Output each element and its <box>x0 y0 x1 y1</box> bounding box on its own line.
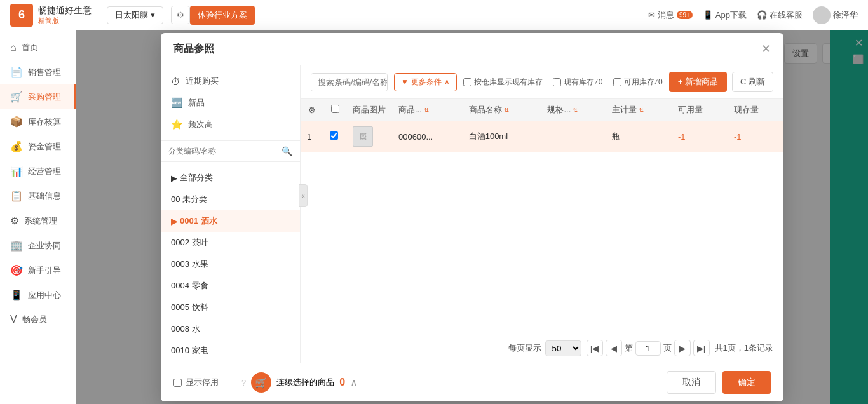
th-name-label: 商品名称 <box>469 104 502 116</box>
th-name[interactable]: 商品名称 ⇅ <box>463 99 541 121</box>
category-item-0005[interactable]: 0005 饮料 <box>161 297 300 318</box>
page-number-input[interactable] <box>635 341 661 356</box>
selected-count: 0 <box>339 377 345 388</box>
select-all-checkbox[interactable] <box>331 105 339 113</box>
last-page-button[interactable]: ▶| <box>693 340 710 356</box>
sidebar-label-finance: 资金管理 <box>28 141 61 152</box>
store-selector[interactable]: 日太阳膜 ▾ <box>107 6 163 24</box>
cart-icon[interactable]: 🛒 <box>251 372 271 393</box>
main-layout: ⌂ 首页 📄 销售管理 🛒 采购管理 📦 库存核算 💰 资金管理 📊 经营管理 … <box>0 30 868 404</box>
nav-right: ✉ 消息 99+ 📱 App下载 🎧 在线客服 徐泽华 <box>648 6 858 24</box>
sidebar-label-purchase: 采购管理 <box>28 91 61 103</box>
warehouse-stock-checkbox[interactable] <box>463 78 471 86</box>
first-page-button[interactable]: |◀ <box>587 340 603 356</box>
sidebar-item-member[interactable]: V 畅会员 <box>0 307 76 332</box>
filter-up-icon: ∧ <box>444 77 450 86</box>
refresh-button[interactable]: C 刷新 <box>732 72 773 92</box>
current-stock-checkbox[interactable] <box>553 78 561 86</box>
sidebar-item-system[interactable]: ⚙ 系统管理 <box>0 208 76 233</box>
message-icon: ✉ <box>648 10 655 20</box>
collapse-cart-button[interactable]: ∧ <box>350 377 358 389</box>
user-name: 徐泽华 <box>833 10 858 21</box>
next-page-button[interactable]: ▶ <box>674 340 691 356</box>
cell-stock: -1 <box>728 121 783 152</box>
row-checkbox[interactable] <box>330 131 338 140</box>
confirm-button[interactable]: 确定 <box>722 371 771 394</box>
product-search-input[interactable] <box>311 74 388 91</box>
category-item-0003[interactable]: 0003 水果 <box>161 253 300 275</box>
category-label-0008: 0008 水 <box>171 323 200 335</box>
page-suffix: 页 <box>663 342 672 354</box>
sidebar-item-apps[interactable]: 📱 应用中心 <box>0 283 76 307</box>
category-label-0001: 0001 酒水 <box>180 215 217 227</box>
sort-icon-name: ⇅ <box>504 107 509 114</box>
available-stock-checkbox[interactable] <box>613 78 621 86</box>
add-product-button[interactable]: + 新增商品 <box>669 72 727 92</box>
category-item-0004[interactable]: 0004 零食 <box>161 275 300 297</box>
sidebar-item-home[interactable]: ⌂ 首页 <box>0 36 76 60</box>
settings-button[interactable]: ⚙ <box>171 6 190 24</box>
th-image: 商品图片 <box>346 99 392 121</box>
sidebar-item-basic[interactable]: 📋 基础信息 <box>0 184 76 208</box>
table-row[interactable]: 1 🖼 000600... 白酒100ml <box>301 121 783 152</box>
cell-unit: 瓶 <box>606 121 672 152</box>
show-disabled-checkbox[interactable] <box>173 379 182 387</box>
sidebar-label-business: 经营管理 <box>28 166 61 177</box>
filter-icon: ▼ <box>401 77 409 86</box>
help-icon[interactable]: ? <box>241 378 246 387</box>
sidebar-item-finance[interactable]: 💰 资金管理 <box>0 134 76 159</box>
category-item-0010[interactable]: 0010 家电 <box>161 340 300 361</box>
modal-header: 商品参照 ✕ <box>161 33 783 65</box>
sidebar-item-guide[interactable]: 🎯 新手引导 <box>0 258 76 283</box>
th-spec[interactable]: 规格... ⇅ <box>541 99 605 121</box>
category-search-icon[interactable]: 🔍 <box>281 146 292 156</box>
sidebar-item-inventory[interactable]: 📦 库存核算 <box>0 109 76 134</box>
footer-action-buttons: 取消 确定 <box>667 371 771 394</box>
category-label-0002: 0002 茶叶 <box>171 237 208 248</box>
per-page-select[interactable]: 50 10 20 100 <box>545 340 581 356</box>
sidebar-item-business[interactable]: 📊 经营管理 <box>0 159 76 184</box>
sidebar-item-enterprise[interactable]: 🏢 企业协同 <box>0 233 76 258</box>
category-label-all: 全部分类 <box>180 172 213 184</box>
quick-link-new[interactable]: 🆕 新品 <box>161 92 300 114</box>
category-item-all[interactable]: ▶ 全部分类 <box>161 167 300 189</box>
per-page-control: 每页显示 50 10 20 100 <box>508 340 581 356</box>
category-item-00[interactable]: 00 未分类 <box>161 189 300 210</box>
modal-title: 商品参照 <box>173 43 214 56</box>
cancel-button[interactable]: 取消 <box>667 371 716 394</box>
prev-page-button[interactable]: ◀ <box>606 340 622 356</box>
app-download-nav-item[interactable]: 📱 App下载 <box>703 10 747 21</box>
top-nav: 6 畅捷通好生意 精简版 日太阳膜 ▾ ⚙ 体验行业方案 ✉ 消息 99+ 📱 … <box>0 0 868 30</box>
th-unit[interactable]: 主计量 ⇅ <box>606 99 672 121</box>
cell-name: 白酒100ml <box>463 121 541 152</box>
show-disabled-label[interactable]: 显示停用 <box>173 377 219 388</box>
category-item-0002[interactable]: 0002 茶叶 <box>161 232 300 253</box>
sidebar: ⌂ 首页 📄 销售管理 🛒 采购管理 📦 库存核算 💰 资金管理 📊 经营管理 … <box>0 30 76 404</box>
table-header: ⚙ 商品图片 <box>301 99 783 121</box>
category-search-input[interactable] <box>168 147 279 156</box>
collapse-panel-button[interactable]: « <box>299 184 308 207</box>
th-settings[interactable]: ⚙ <box>301 99 323 121</box>
checkbox-warehouse-stock[interactable]: 按仓库显示现有库存 <box>463 77 543 88</box>
online-service-nav-item[interactable]: 🎧 在线客服 <box>757 10 803 21</box>
category-list: ▶ 全部分类 00 未分类 ▶ 0001 酒水 0002 茶 <box>161 162 300 363</box>
store-name: 日太阳膜 <box>115 10 148 21</box>
cart-area: ? 🛒 连续选择的商品 0 ∧ <box>241 372 358 393</box>
category-item-0001[interactable]: ▶ 0001 酒水 <box>161 210 300 232</box>
messages-nav-item[interactable]: ✉ 消息 99+ <box>648 10 693 21</box>
quick-link-frequent[interactable]: ⭐ 频次高 <box>161 114 300 135</box>
trial-button[interactable]: 体验行业方案 <box>190 6 255 25</box>
modal-close-button[interactable]: ✕ <box>761 42 771 56</box>
checkbox-available-stock[interactable]: 可用库存≠0 <box>613 77 663 88</box>
category-label-00: 00 未分类 <box>171 194 207 205</box>
user-profile-nav-item[interactable]: 徐泽华 <box>813 6 858 24</box>
sidebar-label-system: 系统管理 <box>24 215 57 227</box>
checkbox-current-stock[interactable]: 现有库存≠0 <box>553 77 602 88</box>
quick-link-recent[interactable]: ⏱ 近期购买 <box>161 71 300 92</box>
sidebar-item-purchase[interactable]: 🛒 采购管理 <box>0 84 76 109</box>
th-code[interactable]: 商品... ⇅ <box>392 99 463 121</box>
category-item-0008[interactable]: 0008 水 <box>161 318 300 340</box>
filter-checkboxes: 按仓库显示现有库存 现有库存≠0 可用库存≠0 <box>463 77 663 88</box>
sidebar-item-sales[interactable]: 📄 销售管理 <box>0 60 76 84</box>
more-filter-button[interactable]: ▼ 更多条件 ∧ <box>394 73 457 91</box>
